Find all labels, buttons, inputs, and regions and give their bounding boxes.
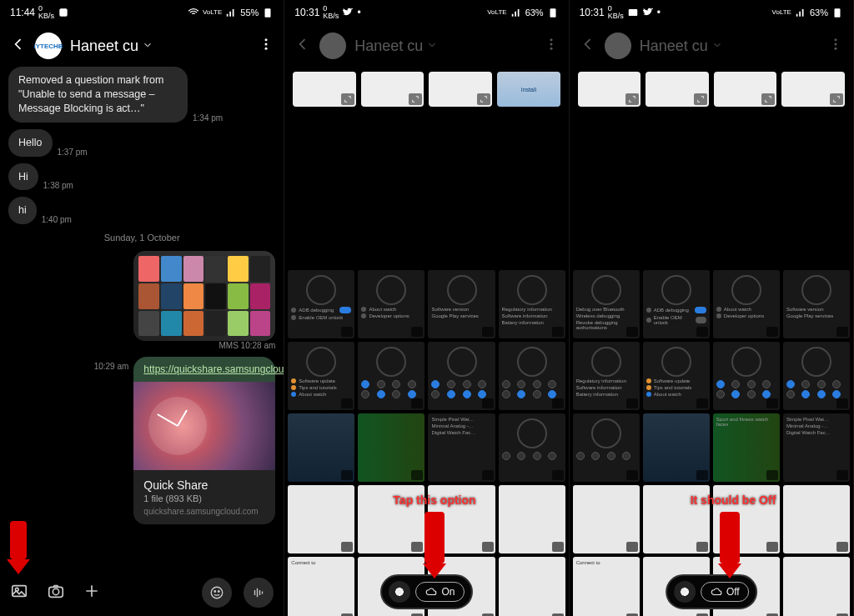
avatar[interactable]: iYTECHB: [35, 33, 62, 59]
camera-button[interactable]: [47, 582, 65, 603]
chevron-down-icon: [711, 38, 723, 55]
message-list[interactable]: Removed a question mark from "Unable to …: [0, 67, 284, 524]
menu-button[interactable]: [544, 37, 559, 55]
thumbnail[interactable]: [578, 72, 641, 107]
recent-screenshots-row[interactable]: Install: [284, 67, 568, 112]
gallery-grid[interactable]: Debug over BluetoothWireless debuggingRe…: [570, 267, 853, 616]
add-button[interactable]: [83, 583, 100, 603]
svg-point-9: [212, 587, 224, 598]
menu-button[interactable]: [259, 37, 274, 55]
incoming-message[interactable]: Hello 1:37 pm: [8, 129, 275, 157]
wifi-icon: [188, 7, 199, 19]
gallery-item[interactable]: [573, 413, 640, 482]
mms-image-attachment[interactable]: [133, 251, 275, 341]
incoming-message[interactable]: hi 1:40 pm: [8, 197, 275, 224]
gallery-item[interactable]: [358, 342, 424, 410]
outgoing-mms[interactable]: MMS 10:28 am: [8, 251, 275, 350]
gallery-item[interactable]: [499, 485, 565, 553]
gallery-item[interactable]: [783, 557, 850, 616]
cloud-sync-toggle[interactable]: ✺ Off: [666, 574, 757, 609]
link-preview-card[interactable]: Quick Share 1 file (893 KB) quickshare.s…: [133, 382, 275, 524]
thumbnail[interactable]: [293, 72, 356, 107]
gallery-item[interactable]: Simple Pixel Wat…Minimal Analog -…Digita…: [428, 413, 495, 482]
annotation-arrow: [7, 521, 30, 574]
screen-1-chat: 11:44 0KB/s VoLTE 55% iYTECHB Haneet cu …: [0, 0, 284, 616]
network-type: VoLTE: [487, 8, 506, 16]
thumbnail[interactable]: [361, 72, 424, 107]
clock: 10:31: [294, 7, 319, 18]
gallery-item[interactable]: Debug over BluetoothWireless debuggingRe…: [573, 270, 640, 338]
battery-percent: 63%: [810, 8, 828, 18]
gallery-item[interactable]: [288, 485, 354, 553]
battery-percent: 55%: [240, 8, 259, 18]
thumbnail[interactable]: Install: [497, 72, 560, 107]
svg-point-13: [550, 38, 552, 41]
gallery-item[interactable]: Sport and fitness watch faces: [713, 413, 780, 482]
gallery-item[interactable]: Regulatory informationSoftware informati…: [573, 342, 640, 410]
gallery-item[interactable]: About watchDeveloper options: [358, 270, 424, 338]
network-type: VoLTE: [772, 8, 791, 16]
cloud-icon: [424, 586, 438, 598]
image-icon: [627, 7, 639, 19]
back-button[interactable]: [10, 36, 27, 56]
cloud-toggle-pill[interactable]: On: [415, 582, 464, 602]
gallery-item[interactable]: ADB debuggingEnable OEM unlock: [643, 270, 710, 338]
chat-title[interactable]: Haneet cu: [70, 38, 153, 55]
gallery-item[interactable]: Regulatory informationSoftware informati…: [499, 270, 565, 338]
emoji-button[interactable]: [202, 578, 232, 608]
gallery-item[interactable]: [288, 413, 354, 482]
gallery-button[interactable]: [10, 582, 28, 603]
gallery-item[interactable]: [783, 342, 850, 410]
link-bubble[interactable]: https://quickshare.samsungcloud.com/dkQ5…: [133, 357, 275, 382]
gallery-item[interactable]: [499, 342, 565, 410]
gallery-item[interactable]: [643, 413, 710, 482]
incoming-message[interactable]: Removed a question mark from "Unable to …: [8, 67, 275, 123]
gallery-item[interactable]: [499, 557, 565, 616]
gallery-item[interactable]: [428, 342, 495, 410]
outgoing-link[interactable]: 10:29 am https://quickshare.samsungcloud…: [8, 357, 275, 524]
gallery-item[interactable]: [783, 485, 850, 553]
gallery-item[interactable]: [499, 413, 565, 482]
back-button[interactable]: [294, 36, 311, 56]
link-timestamp: 10:29 am: [94, 362, 129, 371]
avatar: [319, 33, 346, 59]
annotation-label: Tap this option: [393, 493, 475, 507]
gallery-item[interactable]: Software updateTips and tutorialsAbout w…: [643, 342, 710, 410]
statusbar: 10:31 0KB/s • VoLTE 63%: [570, 0, 853, 25]
incoming-message[interactable]: Hi 1:38 pm: [8, 163, 275, 191]
notification-icon: [58, 7, 69, 19]
gallery-icon: ✺: [674, 581, 696, 603]
gallery-item[interactable]: Software updateTips and tutorialsAbout w…: [288, 342, 354, 410]
recent-screenshots-row[interactable]: [570, 67, 853, 112]
voice-button[interactable]: [244, 578, 274, 608]
link-title: Quick Share: [143, 478, 265, 492]
thumbnail[interactable]: [646, 72, 709, 107]
menu-button[interactable]: [828, 37, 843, 55]
chat-header-dimmed: Haneet cu: [284, 25, 568, 67]
gallery-item[interactable]: [573, 485, 640, 553]
gallery-item[interactable]: [358, 413, 424, 482]
gallery-item[interactable]: Software versionGoogle Play services: [783, 270, 850, 338]
svg-rect-0: [59, 9, 67, 17]
gallery-item[interactable]: [713, 342, 780, 410]
gallery-item[interactable]: ADB debuggingEnable OEM unlock: [288, 270, 354, 338]
thumbnail[interactable]: [781, 72, 845, 107]
battery-percent: 63%: [525, 8, 544, 18]
gallery-item[interactable]: About watchDeveloper options: [713, 270, 780, 338]
gallery-item[interactable]: Connect to: [573, 557, 640, 616]
back-button[interactable]: [580, 36, 596, 56]
cloud-toggle-pill[interactable]: Off: [701, 582, 749, 602]
svg-point-3: [265, 43, 268, 46]
chevron-down-icon: [426, 38, 438, 55]
mms-timestamp: MMS 10:28 am: [133, 341, 275, 350]
gallery-item[interactable]: Simple Pixel Wat…Minimal Analog -…Digita…: [783, 413, 850, 482]
gallery-item[interactable]: Connect to: [288, 557, 354, 616]
gallery-item[interactable]: Software versionGoogle Play services: [428, 270, 495, 338]
svg-point-4: [265, 48, 268, 50]
thumbnail[interactable]: [429, 72, 492, 107]
svg-point-11: [219, 591, 220, 593]
cloud-sync-toggle[interactable]: ✺ On: [380, 574, 472, 609]
svg-point-10: [214, 591, 216, 593]
thumbnail[interactable]: [714, 72, 777, 107]
signal-icon: [795, 7, 806, 19]
